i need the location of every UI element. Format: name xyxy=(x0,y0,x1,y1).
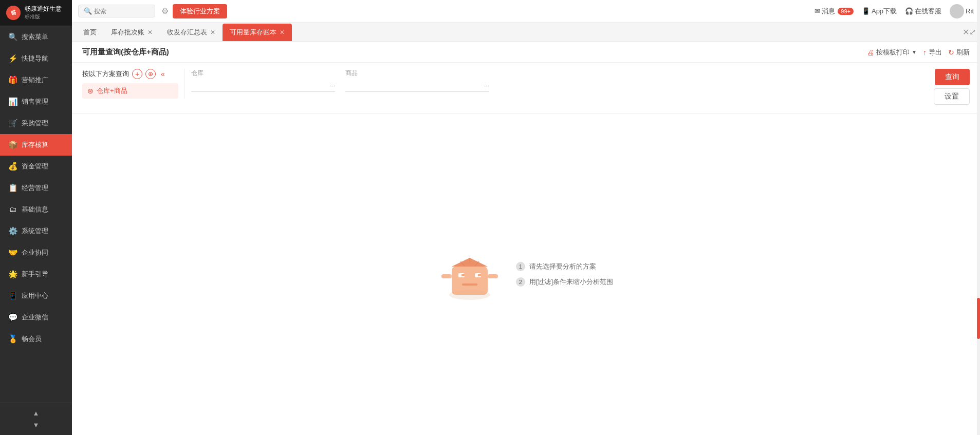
sidebar-nav: 🔍 搜索菜单 ⚡ 快捷导航 🎁 营销推广 📊 销售管理 🛒 采购管理 📦 库存核… xyxy=(0,26,72,403)
sidebar-label-enterprise: 企业协同 xyxy=(22,248,48,257)
app-download-btn[interactable]: 📱 App下载 xyxy=(862,7,897,16)
print-dropdown-icon[interactable]: ▼ xyxy=(912,49,917,55)
tab-available-stock[interactable]: 可用量库存账本 ✕ xyxy=(223,24,292,41)
filter-field-product: 商品 ··· xyxy=(345,69,489,92)
search-input[interactable] xyxy=(94,8,145,15)
tab-batch-close[interactable]: ✕ xyxy=(147,29,153,36)
sidebar-item-search[interactable]: 🔍 搜索菜单 xyxy=(0,26,72,48)
sidebar-scroll-up[interactable]: ▲ xyxy=(4,407,68,419)
sidebar-header: 畅 畅康通好生意 标准版 xyxy=(0,0,72,26)
message-btn[interactable]: ✉ 消息 99+ xyxy=(815,7,854,16)
sidebar-item-newbie[interactable]: 🌟 新手引导 xyxy=(0,263,72,285)
sidebar-title: 畅康通好生意 xyxy=(25,5,62,13)
sidebar-label-inventory: 库存核算 xyxy=(22,140,48,149)
tabs-close-btn[interactable]: ✕ xyxy=(963,27,969,37)
sidebar-item-operations[interactable]: 📋 经营管理 xyxy=(0,177,72,199)
sidebar-item-enterprise[interactable]: 🤝 企业协同 xyxy=(0,242,72,263)
industry-btn[interactable]: 体验行业方案 xyxy=(173,4,227,18)
query-btn[interactable]: 查询 xyxy=(935,69,970,85)
topbar-search-box[interactable]: 🔍 xyxy=(78,5,155,17)
collapse-btn[interactable]: « xyxy=(161,70,165,78)
tab-receipt-close[interactable]: ✕ xyxy=(210,29,215,36)
product-input[interactable] xyxy=(345,82,481,89)
message-badge: 99+ xyxy=(838,8,854,15)
sidebar-label-apps: 应用中心 xyxy=(22,291,48,300)
filter-field-warehouse: 仓库 ··· xyxy=(191,69,335,92)
sidebar-footer: ▲ ▼ xyxy=(0,403,72,435)
right-scrollbar[interactable] xyxy=(977,0,980,435)
wechat-icon: 💬 xyxy=(8,313,17,322)
tabs-bar: 首页 库存批次账 ✕ 收发存汇总表 ✕ 可用量库存账本 ✕ ✕ ⤢ xyxy=(72,23,980,42)
add-scheme-btn[interactable]: + xyxy=(132,69,142,79)
sidebar-item-purchase[interactable]: 🛒 采购管理 xyxy=(0,112,72,134)
sidebar-item-marketing[interactable]: 🎁 营销推广 xyxy=(0,69,72,91)
warehouse-more-btn[interactable]: ··· xyxy=(330,82,335,89)
gear-icon: ⚙️ xyxy=(8,226,17,236)
headset-icon: 🎧 xyxy=(905,7,913,15)
refresh-btn[interactable]: ↻ 刷新 xyxy=(948,48,970,57)
tab-available-label: 可用量库存账本 xyxy=(230,28,276,37)
tab-home[interactable]: 首页 xyxy=(76,24,104,41)
sidebar: 畅 畅康通好生意 标准版 🔍 搜索菜单 ⚡ 快捷导航 🎁 营销推广 📊 销售管理… xyxy=(0,0,72,435)
filter-fields: 仓库 ··· 商品 ··· xyxy=(191,69,923,92)
online-service-btn[interactable]: 🎧 在线客服 xyxy=(905,7,941,16)
page-header: 可用量查询(按仓库+商品) 🖨 按模板打印 ▼ ↑ 导出 ↻ 刷新 xyxy=(72,42,980,63)
logo-text: 畅 xyxy=(11,9,16,16)
sidebar-label-newbie: 新手引导 xyxy=(22,270,48,279)
filter-row: 仓库 ··· 商品 ··· xyxy=(191,69,923,92)
scrollbar-thumb xyxy=(977,298,980,339)
empty-step-2: 2 用[过滤]条件来缩小分析范围 xyxy=(516,277,613,287)
manage-scheme-btn[interactable]: ⊕ xyxy=(145,69,156,79)
page-actions: 🖨 按模板打印 ▼ ↑ 导出 ↻ 刷新 xyxy=(867,48,970,57)
cart-icon: 🛒 xyxy=(8,119,17,128)
scheme-label: 仓库+商品 xyxy=(97,86,127,96)
search-icon: 🔍 xyxy=(8,32,17,42)
chart-icon: 📊 xyxy=(8,97,17,106)
sidebar-item-inventory[interactable]: 📦 库存核算 xyxy=(0,134,72,156)
svg-rect-7 xyxy=(462,283,477,286)
sidebar-label-marketing: 营销推广 xyxy=(22,75,48,85)
sidebar-item-finance[interactable]: 💰 资金管理 xyxy=(0,156,72,177)
sidebar-label-system: 系统管理 xyxy=(22,226,48,236)
sidebar-label-member: 畅会员 xyxy=(22,334,42,344)
money-icon: 💰 xyxy=(8,162,17,171)
refresh-icon: ↻ xyxy=(948,48,954,56)
warehouse-input[interactable] xyxy=(191,82,327,89)
tab-batch-account[interactable]: 库存批次账 ✕ xyxy=(104,24,160,41)
filter-scheme-label: 按以下方案查询 xyxy=(82,69,129,79)
sidebar-item-apps[interactable]: 📱 应用中心 xyxy=(0,285,72,307)
export-btn[interactable]: ↑ 导出 xyxy=(923,48,942,57)
settings-btn[interactable]: 设置 xyxy=(934,88,970,105)
product-more-btn[interactable]: ··· xyxy=(484,82,489,89)
scheme-icon: ⊛ xyxy=(87,87,94,95)
sidebar-scroll-down[interactable]: ▼ xyxy=(4,419,68,431)
svg-rect-6 xyxy=(478,274,481,276)
settings-icon[interactable]: ⚙ xyxy=(161,6,169,16)
sidebar-item-basic[interactable]: 🗂 基础信息 xyxy=(0,199,72,220)
print-btn[interactable]: 🖨 按模板打印 ▼ xyxy=(867,48,917,57)
scheme-item-warehouse-product[interactable]: ⊛ 仓库+商品 xyxy=(82,83,178,99)
app-download-label: App下载 xyxy=(872,7,897,16)
tab-available-close[interactable]: ✕ xyxy=(280,29,285,36)
print-label: 按模板打印 xyxy=(876,48,910,57)
sidebar-subtitle: 标准版 xyxy=(25,13,62,21)
tabs-expand-btn[interactable]: ⤢ xyxy=(969,27,976,37)
sidebar-item-wechat[interactable]: 💬 企业微信 xyxy=(0,307,72,328)
sidebar-item-system[interactable]: ⚙️ 系统管理 xyxy=(0,220,72,242)
topbar-search-icon: 🔍 xyxy=(84,7,92,15)
sidebar-item-shortcut[interactable]: ⚡ 快捷导航 xyxy=(0,48,72,69)
warehouse-label: 仓库 xyxy=(191,69,335,78)
tab-receipt-summary[interactable]: 收发存汇总表 ✕ xyxy=(160,24,223,41)
step-num-1: 1 xyxy=(516,262,525,271)
sidebar-brand: 畅康通好生意 标准版 xyxy=(25,5,62,21)
sidebar-item-sales[interactable]: 📊 销售管理 xyxy=(0,91,72,112)
empty-step-1: 1 请先选择要分析的方案 xyxy=(516,262,613,271)
sidebar-label-search: 搜索菜单 xyxy=(22,32,48,42)
svg-rect-1 xyxy=(452,267,488,295)
svg-rect-9 xyxy=(488,274,498,278)
step-1-text: 请先选择要分析的方案 xyxy=(529,262,596,271)
empty-state: 1 请先选择要分析的方案 2 用[过滤]条件来缩小分析范围 xyxy=(72,114,980,435)
user-area[interactable]: Rit xyxy=(950,4,974,18)
handshake-icon: 🤝 xyxy=(8,248,17,257)
sidebar-item-member[interactable]: 🏅 畅会员 xyxy=(0,328,72,350)
